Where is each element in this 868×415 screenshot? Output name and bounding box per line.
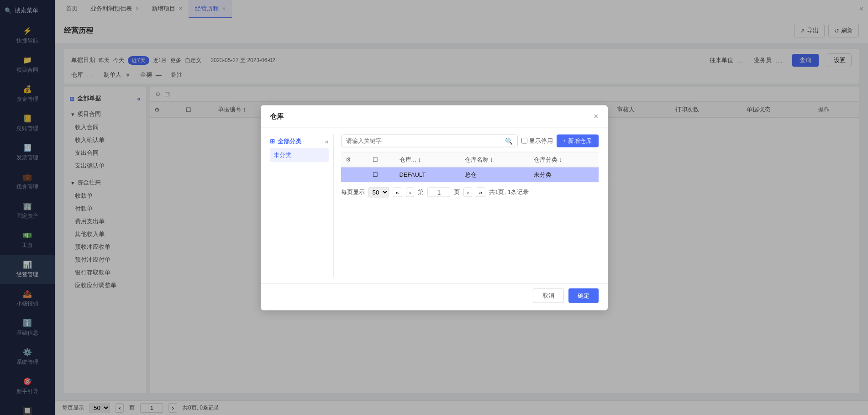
modal-th-category[interactable]: 仓库分类 ↕	[529, 152, 598, 167]
grid-icon: ⊞	[270, 138, 275, 145]
modal-row-gear	[341, 167, 368, 182]
modal-row-name: 总仓	[460, 167, 529, 182]
modal-close-button[interactable]: ×	[594, 111, 599, 121]
modal-page-input[interactable]	[427, 187, 450, 197]
modal-content: 🔍 显示停用 + 新增仓库 ⚙ ☐ 仓库... ↕ 仓库名称 ↕	[334, 134, 599, 277]
modal-th-checkbox[interactable]: ☐	[368, 152, 395, 167]
modal-row-code: DEFAULT	[395, 167, 460, 182]
modal-search-icon[interactable]: 🔍	[505, 137, 513, 144]
modal-page-label: 第	[418, 188, 424, 196]
modal-title: 仓库	[270, 112, 284, 121]
modal-show-disabled-checkbox[interactable]: 显示停用	[521, 137, 553, 145]
modal-search-input[interactable]	[346, 137, 503, 144]
modal-header: 仓库 ×	[261, 105, 608, 128]
modal-table-row[interactable]: ☐ DEFAULT 总仓 未分类	[341, 167, 599, 182]
modal-row-checkbox[interactable]: ☐	[368, 167, 395, 182]
modal-all-category[interactable]: ⊞ 全部分类 «	[270, 134, 329, 148]
modal-category-uncategorized[interactable]: 未分类	[270, 148, 329, 162]
modal-confirm-button[interactable]: 确定	[568, 288, 599, 303]
modal-footer: 取消 确定	[261, 283, 608, 310]
add-warehouse-button[interactable]: + 新增仓库	[557, 134, 598, 147]
modal-total-label: 共1页, 1条记录	[489, 188, 529, 196]
modal-per-page-select[interactable]: 50	[368, 187, 389, 197]
warehouse-modal: 仓库 × ⊞ 全部分类 « 未分类 🔍 显示停用	[261, 105, 608, 310]
show-disabled-input[interactable]	[521, 138, 527, 144]
modal-search-box: 🔍	[341, 134, 518, 147]
modal-per-page-label: 每页显示	[341, 188, 365, 196]
modal-toolbar: 🔍 显示停用 + 新增仓库	[341, 134, 599, 147]
modal-category-panel: ⊞ 全部分类 « 未分类	[270, 134, 334, 277]
modal-cancel-button[interactable]: 取消	[533, 288, 564, 303]
modal-next-btn[interactable]: ›	[463, 187, 472, 197]
modal-first-btn[interactable]: «	[393, 187, 402, 197]
modal-last-btn[interactable]: »	[476, 187, 485, 197]
modal-prev-btn[interactable]: ‹	[406, 187, 414, 197]
modal-th-gear[interactable]: ⚙	[341, 152, 368, 167]
modal-category-collapse[interactable]: «	[325, 137, 329, 145]
modal-page-suffix: 页	[454, 188, 460, 196]
modal-body: ⊞ 全部分类 « 未分类 🔍 显示停用 + 新增仓库	[261, 128, 608, 283]
modal-row-category: 未分类	[529, 167, 598, 182]
modal-pagination: 每页显示 50 « ‹ 第 页 › » 共1页, 1条记录	[341, 182, 599, 199]
modal-warehouse-table: ⚙ ☐ 仓库... ↕ 仓库名称 ↕ 仓库分类 ↕ ☐ DEFAULT 总仓 未…	[341, 152, 599, 182]
modal-th-code[interactable]: 仓库... ↕	[395, 152, 460, 167]
modal-th-name[interactable]: 仓库名称 ↕	[460, 152, 529, 167]
